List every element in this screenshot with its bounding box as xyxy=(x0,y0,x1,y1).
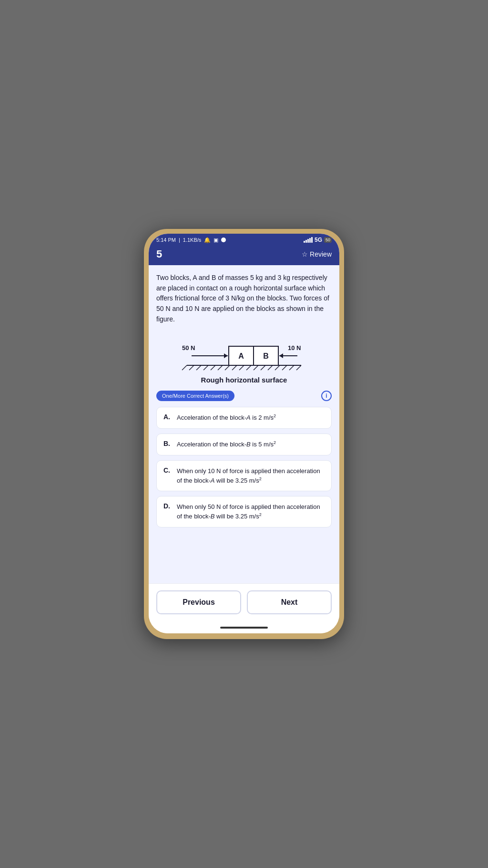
previous-button[interactable]: Previous xyxy=(156,590,241,614)
answer-type-badge: One/More Correct Answer(s) xyxy=(156,391,234,401)
data-speed: | xyxy=(179,237,180,243)
info-button[interactable]: i xyxy=(321,391,332,401)
option-d-letter: D. xyxy=(163,502,171,510)
data-speed-value: 1.1KB/s xyxy=(183,237,202,243)
next-button[interactable]: Next xyxy=(247,590,332,614)
svg-line-16 xyxy=(289,365,294,370)
svg-line-3 xyxy=(196,365,201,370)
svg-line-17 xyxy=(296,365,301,370)
circle-icon xyxy=(221,238,226,242)
svg-line-15 xyxy=(282,365,287,370)
review-button[interactable]: ☆ Review xyxy=(302,250,332,258)
question-text: Two blocks, A and B of masses 5 kg and 3… xyxy=(156,273,332,324)
svg-text:50 N: 50 N xyxy=(182,344,195,351)
svg-line-4 xyxy=(203,365,208,370)
status-bar: 5:14 PM | 1.1KB/s 🔔 ▣ 5G 50 xyxy=(149,234,339,245)
network-badge: 50 xyxy=(324,237,332,243)
svg-line-14 xyxy=(275,365,280,370)
option-a[interactable]: A. Acceleration of the block-A is 2 m/s2 xyxy=(156,407,332,429)
review-label: Review xyxy=(310,250,332,258)
content-area: Two blocks, A and B of masses 5 kg and 3… xyxy=(149,265,339,583)
phone-screen: 5:14 PM | 1.1KB/s 🔔 ▣ 5G 50 xyxy=(149,234,339,633)
surface-label: Rough horizontal surface xyxy=(201,376,287,384)
svg-line-1 xyxy=(182,365,187,370)
svg-line-8 xyxy=(232,365,237,370)
app-header: 5 ☆ Review xyxy=(149,245,339,265)
info-symbol: i xyxy=(325,393,327,399)
option-c-text: When only 10 N of force is applied then … xyxy=(177,466,325,485)
option-d[interactable]: D. When only 50 N of force is applied th… xyxy=(156,496,332,527)
option-b[interactable]: B. Acceleration of the block-B is 5 m/s2 xyxy=(156,434,332,455)
notification-icon: 🔔 xyxy=(204,237,211,243)
diagram-container: A B 50 N 10 N Rough horizontal surface xyxy=(156,331,332,384)
phone-frame: 5:14 PM | 1.1KB/s 🔔 ▣ 5G 50 xyxy=(144,229,344,639)
svg-text:A: A xyxy=(238,352,244,360)
svg-text:B: B xyxy=(263,352,269,360)
status-right: 5G 50 xyxy=(304,237,332,243)
svg-line-9 xyxy=(239,365,244,370)
svg-line-10 xyxy=(246,365,251,370)
svg-line-5 xyxy=(211,365,215,370)
svg-line-6 xyxy=(218,365,223,370)
home-indicator xyxy=(149,624,339,633)
svg-marker-26 xyxy=(279,353,283,358)
svg-text:10 N: 10 N xyxy=(288,344,301,351)
option-a-letter: A. xyxy=(163,413,171,421)
force-diagram: A B 50 N 10 N xyxy=(177,331,311,374)
option-c[interactable]: C. When only 10 N of force is applied th… xyxy=(156,460,332,491)
option-b-text: Acceleration of the block-B is 5 m/s2 xyxy=(177,440,276,449)
answer-type-row: One/More Correct Answer(s) i xyxy=(156,391,332,401)
status-left: 5:14 PM | 1.1KB/s 🔔 ▣ xyxy=(156,237,226,243)
svg-line-2 xyxy=(189,365,194,370)
home-bar xyxy=(220,627,268,629)
option-c-letter: C. xyxy=(163,466,171,474)
svg-line-11 xyxy=(254,365,258,370)
svg-line-12 xyxy=(261,365,265,370)
time-display: 5:14 PM xyxy=(156,237,176,243)
cast-icon: ▣ xyxy=(214,237,218,243)
options-list: A. Acceleration of the block-A is 2 m/s2… xyxy=(156,407,332,527)
svg-line-13 xyxy=(268,365,273,370)
option-a-text: Acceleration of the block-A is 2 m/s2 xyxy=(177,413,276,423)
star-icon: ☆ xyxy=(302,250,308,258)
bottom-nav: Previous Next xyxy=(149,583,339,624)
svg-line-7 xyxy=(225,365,230,370)
svg-marker-23 xyxy=(224,353,228,358)
network-type: 5G xyxy=(315,237,322,243)
signal-icon xyxy=(304,237,313,243)
option-d-text: When only 50 N of force is applied then … xyxy=(177,502,325,521)
option-b-letter: B. xyxy=(163,440,171,447)
question-number: 5 xyxy=(156,248,162,260)
